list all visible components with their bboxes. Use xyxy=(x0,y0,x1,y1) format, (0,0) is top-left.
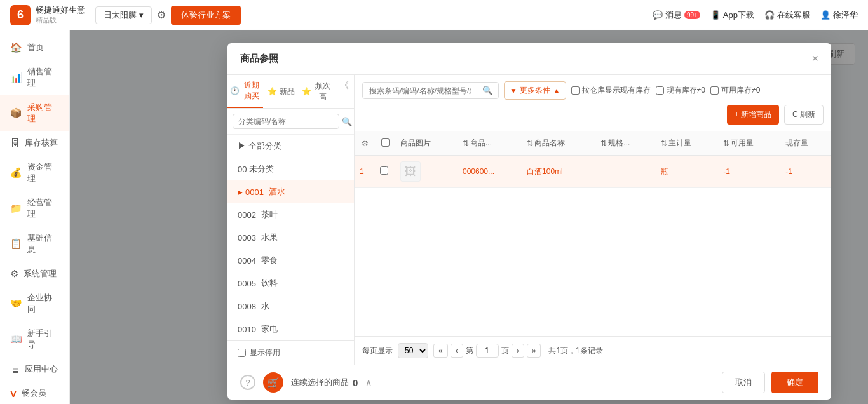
category-item-0005[interactable]: 0005 饮料 xyxy=(227,272,354,295)
category-search-input[interactable] xyxy=(233,114,339,129)
available-nonzero-checkbox[interactable] xyxy=(656,86,664,95)
sidebar-item-inventory[interactable]: 🗄 库存核算 xyxy=(0,131,69,155)
select-all-checkbox[interactable] xyxy=(381,138,390,147)
col-name[interactable]: ⇅ 商品名称 xyxy=(522,131,595,156)
cancel-btn[interactable]: 取消 xyxy=(722,372,765,393)
add-product-btn[interactable]: + 新增商品 xyxy=(727,105,779,125)
pagination: 每页显示 50 « ‹ 第 页 › » 共1页 xyxy=(355,336,831,365)
online-service-btn[interactable]: 🎧 在线客服 xyxy=(764,10,810,21)
show-disabled-label[interactable]: 显示停用 xyxy=(250,347,280,358)
sidebar-label-operations: 经营管理 xyxy=(27,197,59,220)
app-download-btn[interactable]: 📱 App下载 xyxy=(710,10,754,21)
next-page-btn[interactable]: › xyxy=(512,344,524,358)
basic-icon: 📋 xyxy=(10,238,22,250)
tab-recent-purchase[interactable]: 🕐 近期购买 xyxy=(227,75,263,108)
modal-header: 商品参照 × xyxy=(227,43,831,75)
per-page-select[interactable]: 50 xyxy=(398,343,428,358)
product-panel: 🔍 ▼ 更多条件 ▲ 按仓库显示现有库存 xyxy=(355,75,831,365)
prev-page-btn[interactable]: ‹ xyxy=(451,344,463,358)
tab-frequent[interactable]: ⭐ 频次高 xyxy=(299,75,335,108)
col-settings[interactable]: ⚙ xyxy=(355,131,375,156)
apps-icon: 🖥 xyxy=(10,364,20,375)
sidebar-item-purchase[interactable]: 📦 采购管理 xyxy=(0,95,69,131)
warehouse-stock-checkbox[interactable] xyxy=(571,86,580,95)
category-list: ▶ 全部分类 00 未分类 ▶ 0001 酒水 0002 xyxy=(227,135,354,340)
row-checkbox[interactable] xyxy=(375,156,395,188)
messages-btn[interactable]: 💬 消息 99+ xyxy=(653,10,700,21)
collab-icon: 🤝 xyxy=(10,298,22,309)
sort-icon: ⇅ xyxy=(463,139,469,148)
phone-icon: 📱 xyxy=(710,10,721,20)
sidebar-label-collab: 企业协同 xyxy=(27,292,59,315)
table-header: ⚙ 商品图片 xyxy=(355,131,831,156)
page-number-input[interactable] xyxy=(476,344,499,358)
page-total: 共1页，1条记录 xyxy=(548,346,602,356)
modal-title: 商品参照 xyxy=(240,53,278,65)
tab-new-product[interactable]: ⭐ 新品 xyxy=(263,75,299,108)
collapse-panel-btn[interactable]: 《 xyxy=(335,75,354,108)
row-image: 🖼 xyxy=(395,156,458,188)
row-code: 000600... xyxy=(458,156,522,188)
sidebar-item-home[interactable]: 🏠 首页 xyxy=(0,36,69,60)
product-toolbar: 🔍 ▼ 更多条件 ▲ 按仓库显示现有库存 xyxy=(355,75,831,131)
confirm-btn[interactable]: 确定 xyxy=(771,372,818,393)
modal-body: 🕐 近期购买 ⭐ 新品 ⭐ 频次高 《 xyxy=(227,75,831,365)
page-unit: 页 xyxy=(501,346,509,356)
logo-area: 6 畅捷通好生意 精品版 xyxy=(10,5,85,25)
sidebar-item-member[interactable]: V 畅会员 xyxy=(0,381,69,404)
sidebar-item-collab[interactable]: 🤝 企业协同 xyxy=(0,286,69,321)
category-item-all[interactable]: ▶ 全部分类 xyxy=(227,135,354,158)
all-categories-label: ▶ 全部分类 xyxy=(238,140,281,152)
sidebar-item-apps[interactable]: 🖥 应用中心 xyxy=(0,357,69,381)
product-table: ⚙ 商品图片 xyxy=(355,131,831,188)
modal-close-btn[interactable]: × xyxy=(811,52,818,65)
user-avatar[interactable]: 👤 徐泽华 xyxy=(820,10,858,21)
operations-icon: 📁 xyxy=(10,203,22,214)
category-item-00[interactable]: 00 未分类 xyxy=(227,158,354,180)
category-item-0010[interactable]: 0010 家电 xyxy=(227,318,354,340)
col-unit[interactable]: ⇅ 主计量 xyxy=(656,131,718,156)
chevron-down-icon: ▾ xyxy=(139,10,144,20)
category-item-0008[interactable]: 0008 水 xyxy=(227,295,354,318)
more-filter-btn[interactable]: ▼ 更多条件 ▲ xyxy=(504,81,566,100)
category-item-0003[interactable]: 0003 水果 xyxy=(227,226,354,249)
collapse-footer-btn[interactable]: ∧ xyxy=(365,377,372,387)
help-icon[interactable]: ? xyxy=(240,375,255,390)
toolbar-right: + 新增商品 C 刷新 xyxy=(727,105,824,125)
refresh-product-btn[interactable]: C 刷新 xyxy=(784,105,824,125)
category-panel: 🕐 近期购买 ⭐ 新品 ⭐ 频次高 《 xyxy=(227,75,355,365)
product-search-input[interactable] xyxy=(363,83,477,98)
sidebar-item-basic[interactable]: 📋 基础信息 xyxy=(0,226,69,262)
gear-icon[interactable]: ⚙ xyxy=(157,9,166,21)
category-item-0004[interactable]: 0004 零食 xyxy=(227,249,354,272)
sidebar-label-system: 系统管理 xyxy=(24,268,57,279)
sidebar-item-finance[interactable]: 💰 资金管理 xyxy=(0,155,69,191)
product-table-container: ⚙ 商品图片 xyxy=(355,131,831,336)
tenant-selector[interactable]: 日太阳膜 ▾ xyxy=(95,6,152,24)
sidebar-item-sales[interactable]: 📊 销售管理 xyxy=(0,60,69,95)
row-unit: 瓶 xyxy=(656,156,718,188)
message-icon: 💬 xyxy=(653,10,663,20)
category-item-0001[interactable]: ▶ 0001 酒水 xyxy=(227,180,354,203)
category-search-icon[interactable]: 🔍 xyxy=(342,117,352,126)
table-body: 1 🖼 000600... xyxy=(355,156,831,188)
system-icon: ⚙ xyxy=(10,268,18,279)
col-spec[interactable]: ⇅ 规格... xyxy=(595,131,656,156)
table-row[interactable]: 1 🖼 000600... xyxy=(355,156,831,188)
col-available[interactable]: ⇅ 可用量 xyxy=(718,131,780,156)
col-stock[interactable]: 现存量 xyxy=(780,131,831,156)
cart-icon[interactable]: 🛒 xyxy=(263,372,283,393)
last-page-btn[interactable]: » xyxy=(527,344,541,358)
sidebar-item-guide[interactable]: 📖 新手引导 xyxy=(0,321,69,357)
category-item-0002[interactable]: 0002 茶叶 xyxy=(227,203,354,226)
sidebar-label-apps: 应用中心 xyxy=(25,363,58,375)
sidebar-item-operations[interactable]: 📁 经营管理 xyxy=(0,191,69,226)
experience-btn[interactable]: 体验行业方案 xyxy=(171,6,241,25)
search-submit-btn[interactable]: 🔍 xyxy=(477,83,498,98)
col-code[interactable]: ⇅ 商品... xyxy=(458,131,522,156)
row-spec xyxy=(595,156,656,188)
show-disabled-checkbox[interactable] xyxy=(238,349,246,357)
usable-nonzero-checkbox[interactable] xyxy=(710,86,719,95)
sidebar-item-system[interactable]: ⚙ 系统管理 xyxy=(0,262,69,286)
first-page-btn[interactable]: « xyxy=(433,344,448,358)
